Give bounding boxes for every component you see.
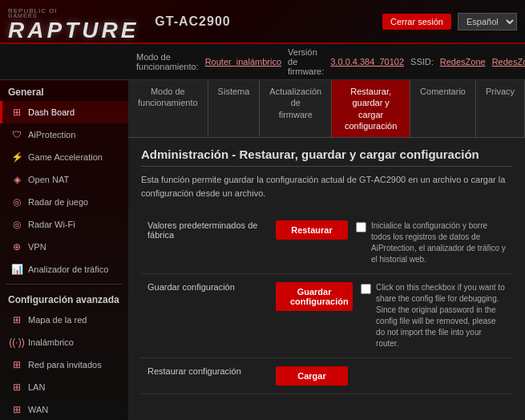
tab-bar: Modo defuncionamiento Sistema Actualizac… — [128, 80, 525, 138]
sidebar-item-label: Game Acceleration — [28, 152, 103, 162]
factory-control-row: Restaurar Inicialice la configuración y … — [276, 220, 506, 265]
factory-checkbox-row: Inicialice la configuración y borre todo… — [356, 220, 506, 265]
restore-controls: Cargar — [269, 358, 512, 394]
model-label: GT-AC2900 — [155, 14, 230, 29]
version-label: Versión de firmware: — [288, 47, 324, 76]
save-control-row: Guardarconfiguración Click on this check… — [276, 282, 506, 349]
lightning-icon: ⚡ — [10, 151, 23, 164]
sidebar-item-label: Analizador de tráfico — [28, 265, 108, 274]
content-area: Administración - Restaurar, guardar y ca… — [128, 138, 525, 404]
logo-area: REPUBLIC OF GAMERS RAPTURE — [8, 2, 139, 42]
mode-label: Modo de funcionamiento: — [136, 52, 199, 71]
header: REPUBLIC OF GAMERS RAPTURE GT-AC2900 Cer… — [0, 0, 525, 44]
save-checkbox[interactable] — [361, 284, 371, 294]
sidebar-item-wireless[interactable]: ((·)) Inalámbrico — [0, 331, 128, 353]
factory-checkbox[interactable] — [356, 222, 366, 232]
guest-icon: ⊞ — [10, 358, 23, 371]
tab-privacy[interactable]: Privacy — [476, 80, 525, 137]
settings-table: Valores predeterminados de fábrica Resta… — [141, 212, 512, 394]
tab-modo[interactable]: Modo defuncionamiento — [128, 80, 208, 137]
chart-icon: 📊 — [10, 263, 23, 276]
language-select[interactable]: Español English — [458, 13, 517, 30]
sidebar-item-label: Dash Board — [28, 107, 75, 117]
lan-icon: ⊞ — [10, 381, 23, 394]
sidebar-item-radar-wifi[interactable]: ◎ Radar Wi-Fi — [0, 213, 128, 236]
sidebar-item-label: Open NAT — [28, 175, 69, 184]
map-icon: ⊞ — [10, 313, 23, 326]
sidebar-item-traffic[interactable]: 📊 Analizador de tráfico — [0, 258, 128, 281]
shield-icon: 🛡 — [10, 128, 23, 141]
logo-rapture: RAPTURE — [8, 19, 139, 42]
svg-text:GAMERS: GAMERS — [8, 13, 37, 18]
page-title: Administración - Restaurar, guardar y ca… — [141, 147, 512, 167]
main-content: Modo defuncionamiento Sistema Actualizac… — [128, 80, 525, 420]
header-controls: Cerrar sesión Español English — [382, 13, 517, 30]
sidebar-item-label: AiProtection — [28, 130, 75, 139]
sidebar-item-label: WAN — [28, 405, 48, 414]
sidebar-item-label: Radar Wi-Fi — [28, 220, 75, 229]
save-note: Click on this checkbox if you want to sh… — [376, 282, 506, 349]
sidebar: General ⊞ Dash Board 🛡 AiProtection ⚡ Ga… — [0, 80, 128, 420]
radar-wifi-icon: ◎ — [10, 218, 23, 231]
session-button[interactable]: Cerrar sesión — [382, 14, 451, 30]
table-row: Valores predeterminados de fábrica Resta… — [141, 212, 512, 274]
rog-label: REPUBLIC OF GAMERS — [8, 2, 56, 19]
sidebar-item-vpn[interactable]: ⊕ VPN — [0, 236, 128, 258]
sidebar-divider — [6, 284, 122, 285]
sidebar-item-label: LAN — [28, 382, 45, 392]
sidebar-item-guest[interactable]: ⊞ Red para invitados — [0, 353, 128, 376]
restore-label: Restaurar configuración — [141, 358, 269, 394]
sidebar-item-label: Radar de juego — [28, 197, 88, 207]
save-config-button[interactable]: Guardarconfiguración — [276, 282, 353, 311]
wan-icon: ⊞ — [10, 403, 23, 416]
mode-link[interactable]: Router_inalámbrico — [205, 57, 281, 67]
wireless-icon: ((·)) — [10, 336, 23, 349]
sidebar-item-label: Inalámbrico — [28, 337, 74, 347]
sidebar-item-wan[interactable]: ⊞ WAN — [0, 398, 128, 420]
sidebar-item-label: VPN — [28, 242, 46, 252]
advanced-section-title: Configuración avanzada — [0, 288, 128, 309]
restore-control-row: Cargar — [276, 366, 506, 386]
tab-comentario[interactable]: Comentario — [410, 80, 476, 137]
page-desc: Esta función permite guardar la configur… — [141, 173, 512, 200]
table-row: Restaurar configuración Cargar — [141, 358, 512, 394]
load-config-button[interactable]: Cargar — [276, 366, 348, 386]
save-controls: Guardarconfiguración Click on this check… — [269, 274, 512, 358]
table-row: Guardar configuración Guardarconfiguraci… — [141, 274, 512, 358]
sidebar-item-lan[interactable]: ⊞ LAN — [0, 376, 128, 398]
restore-factory-button[interactable]: Restaurar — [276, 220, 348, 240]
tab-restaurar[interactable]: Restaurar, guardar y cargarconfiguración — [332, 80, 410, 137]
ssid-1-link[interactable]: RedesZone — [440, 57, 486, 67]
main-layout: General ⊞ Dash Board 🛡 AiProtection ⚡ Ga… — [0, 80, 525, 420]
factory-label: Valores predeterminados de fábrica — [141, 212, 269, 274]
tab-actualizacion[interactable]: Actualización defirmware — [260, 80, 332, 137]
factory-controls: Restaurar Inicialice la configuración y … — [269, 212, 512, 274]
sidebar-item-open-nat[interactable]: ◈ Open NAT — [0, 168, 128, 191]
sidebar-item-network-map[interactable]: ⊞ Mapa de la red — [0, 309, 128, 331]
nat-icon: ◈ — [10, 173, 23, 186]
sidebar-item-radar-juego[interactable]: ◎ Radar de juego — [0, 191, 128, 213]
general-section-title: General — [0, 80, 128, 101]
ssid-2-link[interactable]: RedesZone_5GHz — [492, 57, 525, 67]
save-checkbox-row: Click on this checkbox if you want to sh… — [361, 282, 506, 349]
ssid-label: SSID: — [410, 57, 434, 67]
version-link[interactable]: 3.0.0.4.384_70102 — [330, 57, 404, 67]
sidebar-item-dashboard[interactable]: ⊞ Dash Board — [0, 101, 128, 123]
tab-sistema[interactable]: Sistema — [208, 80, 260, 137]
sidebar-item-aiprotection[interactable]: 🛡 AiProtection — [0, 123, 128, 146]
sidebar-item-game-acceleration[interactable]: ⚡ Game Acceleration — [0, 146, 128, 168]
factory-note: Inicialice la configuración y borre todo… — [371, 220, 506, 265]
dashboard-icon: ⊞ — [10, 106, 23, 119]
save-label: Guardar configuración — [141, 274, 269, 358]
sidebar-item-label: Red para invitados — [28, 360, 102, 370]
sub-header: Modo de funcionamiento: Router_inalámbri… — [0, 44, 525, 80]
vpn-icon: ⊕ — [10, 240, 23, 253]
sidebar-item-label: Mapa de la red — [28, 315, 87, 325]
radar-icon: ◎ — [10, 196, 23, 208]
